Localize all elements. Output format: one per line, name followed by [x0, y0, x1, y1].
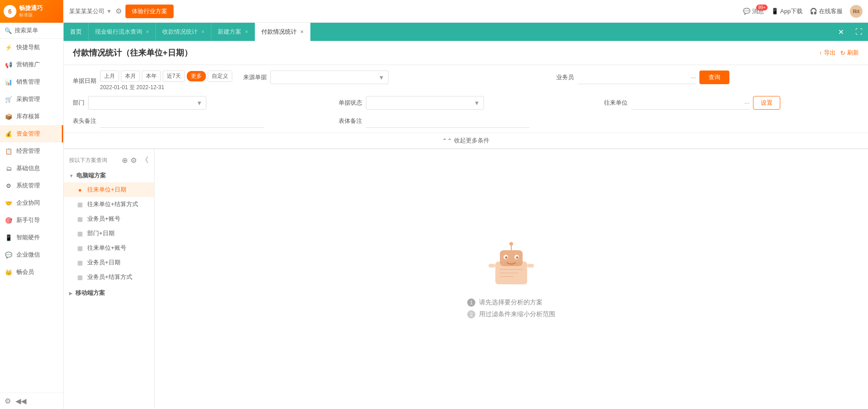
trial-btn[interactable]: 体验行业方案: [125, 5, 174, 18]
scheme-mobile-arrow: ▶: [69, 291, 73, 296]
sidebar-item-label: 经营管理: [16, 147, 40, 155]
scheme-item-partner-settle[interactable]: ▦ 往来单位+结算方式: [64, 197, 154, 212]
sidebar-item-hardware[interactable]: 📱 智能硬件: [0, 229, 63, 246]
sidebar-item-quick-nav[interactable]: ⚡ 快捷导航: [0, 39, 63, 56]
collapse-sidebar-btn[interactable]: ◀◀: [15, 397, 26, 405]
messages-btn[interactable]: 💬 消息 99+: [743, 7, 764, 15]
refresh-btn[interactable]: ↻ 刷新: [840, 49, 859, 57]
settings-footer-btn[interactable]: ⚙: [5, 397, 11, 405]
scheme-item-salesman-account[interactable]: ▦ 业务员+账号: [64, 212, 154, 226]
header-note-input[interactable]: [100, 114, 264, 128]
sidebar-item-guide[interactable]: 🎯 新手引导: [0, 212, 63, 229]
sidebar-item-label: 快捷导航: [16, 43, 40, 51]
company-selector[interactable]: 某某某某公司 ▼: [69, 7, 112, 15]
partner-input[interactable]: ···: [631, 96, 749, 110]
data-area: 1 请先选择要分析的方案 2 用过滤条件来缩小分析范围: [155, 149, 868, 409]
sidebar: 6 畅捷通巧 标准版 🔍 搜索菜单 ⚡ 快捷导航 📢 营销推广 📊 销售管理 🛒…: [0, 0, 64, 409]
tip-1-text: 请先选择要分析的方案: [479, 298, 543, 307]
scheme-item-partner-account[interactable]: ▦ 往来单位+账号: [64, 241, 154, 255]
collapse-more-btn[interactable]: ⌃⌃ 收起更多条件: [64, 132, 868, 149]
sidebar-item-inventory[interactable]: 📦 库存核算: [0, 108, 63, 125]
sidebar-item-finance[interactable]: 💰 资金管理: [0, 125, 63, 142]
add-scheme-icon[interactable]: ⊕: [122, 156, 128, 165]
date-more-btn[interactable]: 更多: [187, 71, 206, 81]
body-note-input[interactable]: [366, 114, 529, 128]
tab-home-label: 首页: [70, 28, 82, 36]
sidebar-item-marketing[interactable]: 📢 营销推广: [0, 56, 63, 73]
scheme-item-salesman-date[interactable]: ▦ 业务员+日期: [64, 255, 154, 270]
empty-illustration: 1 请先选择要分析的方案 2 用过滤条件来缩小分析范围: [467, 237, 555, 322]
tab-bank-close-icon[interactable]: ×: [146, 29, 149, 35]
scheme-item-partner-date[interactable]: ● 往来单位+日期: [64, 182, 154, 197]
filter-date-group: 单据日期 上月 本月 本年 近7天 更多 自定义 2022-01-01 至 20…: [73, 71, 232, 91]
sidebar-item-label: 采购管理: [16, 95, 40, 103]
scheme-mobile-header[interactable]: ▶ 移动端方案: [64, 286, 154, 300]
sidebar-item-member[interactable]: 👑 畅会员: [0, 263, 63, 281]
salesman-input[interactable]: ···: [578, 71, 696, 84]
sidebar-item-system[interactable]: ⚙ 系统管理: [0, 177, 63, 194]
sidebar-item-purchase[interactable]: 🛒 采购管理: [0, 91, 63, 108]
filter-section: 单据日期 上月 本月 本年 近7天 更多 自定义 2022-01-01 至 20…: [64, 65, 868, 149]
tab-new-plan-close-icon[interactable]: ×: [245, 29, 248, 35]
topbar: 某某某某公司 ▼ ⚙ 体验行业方案 💬 消息 99+ 📱 App下载 🎧 在线客…: [64, 0, 868, 23]
collapse-label: 收起更多条件: [454, 136, 489, 145]
refresh-icon: ↻: [840, 50, 845, 56]
partner-settle-icon: ▦: [76, 201, 84, 208]
close-all-tabs-btn[interactable]: ✕: [832, 23, 850, 41]
sidebar-item-wechat[interactable]: 💬 企业微信: [0, 246, 63, 263]
settings-scheme-icon[interactable]: ⚙: [130, 156, 137, 165]
sidebar-search[interactable]: 🔍 搜索菜单: [0, 23, 63, 39]
expand-tabs-btn[interactable]: ⛶: [850, 23, 868, 41]
partner-account-icon: ▦: [76, 244, 84, 252]
date-last-7d-btn[interactable]: 近7天: [163, 71, 185, 82]
tab-receivable-close-icon[interactable]: ×: [201, 29, 205, 35]
tab-payment[interactable]: 付款情况统计 ×: [255, 23, 310, 41]
scheme-item-label: 部门+日期: [87, 229, 115, 237]
tab-home[interactable]: 首页: [64, 23, 89, 41]
salesman-dots-icon: ···: [691, 74, 696, 81]
date-this-year-btn[interactable]: 本年: [142, 71, 161, 82]
system-icon: ⚙: [5, 182, 13, 190]
tab-bank[interactable]: 现金银行流水查询 ×: [89, 23, 156, 41]
date-last-month-btn[interactable]: 上月: [100, 71, 119, 82]
scheme-item-dept-date[interactable]: ▦ 部门+日期: [64, 226, 154, 241]
finance-icon: 💰: [5, 130, 13, 138]
sidebar-item-label: 智能硬件: [16, 233, 40, 242]
scheme-section-desktop: ▼ 电脑端方案 ● 往来单位+日期 ▦ 往来单位+结算方式 ▦ 业务员+账号: [64, 169, 154, 284]
sidebar-footer: ⚙ ◀◀: [0, 393, 63, 409]
dept-select[interactable]: ▼: [88, 96, 206, 110]
filter-body-note-group: 表体备注: [339, 114, 594, 128]
svg-point-7: [509, 242, 513, 246]
company-chevron-icon: ▼: [106, 8, 112, 15]
scheme-desktop-title: 电脑端方案: [76, 172, 106, 180]
user-avatar[interactable]: Rit: [850, 5, 863, 18]
search-icon: 🔍: [5, 27, 12, 34]
partner-dots-icon: ···: [744, 99, 750, 106]
scheme-item-salesman-settle[interactable]: ▦ 业务员+结算方式: [64, 270, 154, 284]
scheme-item-label: 业务员+账号: [87, 215, 120, 223]
sidebar-item-basic[interactable]: 🗂 基础信息: [0, 160, 63, 177]
export-icon: ↑: [819, 50, 823, 56]
scheme-desktop-header[interactable]: ▼ 电脑端方案: [64, 169, 154, 182]
collapse-scheme-icon[interactable]: 《: [141, 156, 149, 165]
purchase-icon: 🛒: [5, 95, 13, 103]
avatar-text: Rit: [853, 9, 860, 14]
online-service-btn[interactable]: 🎧 在线客服: [810, 7, 843, 15]
tab-new-plan[interactable]: 新建方案 ×: [211, 23, 255, 41]
app-download-btn[interactable]: 📱 App下载: [771, 7, 803, 15]
guide-icon: 🎯: [5, 216, 13, 224]
source-select[interactable]: ▼: [270, 71, 389, 84]
topbar-settings-icon[interactable]: ⚙: [115, 7, 122, 15]
tab-receivable[interactable]: 收款情况统计 ×: [156, 23, 211, 41]
sidebar-item-corp[interactable]: 🤝 企业协同: [0, 194, 63, 212]
status-select[interactable]: ▼: [366, 96, 484, 110]
settings-btn[interactable]: 设置: [753, 96, 780, 110]
date-custom-btn[interactable]: 自定义: [208, 71, 232, 82]
sidebar-item-operations[interactable]: 📋 经营管理: [0, 142, 63, 160]
member-icon: 👑: [5, 268, 13, 276]
tab-payment-close-icon[interactable]: ×: [300, 29, 304, 35]
export-btn[interactable]: ↑ 导出: [819, 49, 836, 57]
date-this-month-btn[interactable]: 本月: [121, 71, 140, 82]
sidebar-item-sales[interactable]: 📊 销售管理: [0, 73, 63, 91]
query-btn[interactable]: 查询: [699, 71, 729, 84]
